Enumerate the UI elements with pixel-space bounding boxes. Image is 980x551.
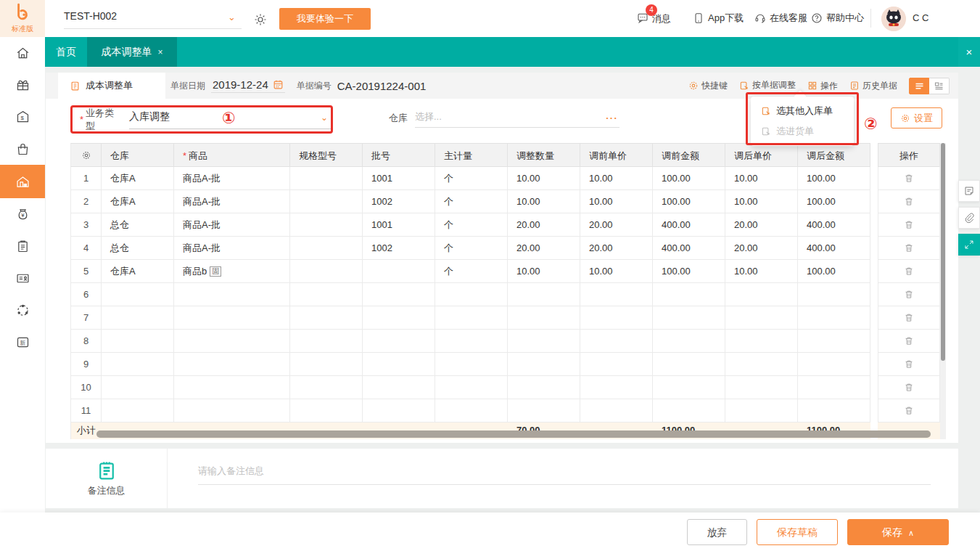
cell-post_amount[interactable]: 400.00	[798, 213, 870, 237]
tab-home[interactable]: 首页	[45, 37, 87, 67]
cell-warehouse[interactable]	[102, 306, 174, 330]
cell-post_price[interactable]	[725, 353, 798, 376]
cell-pre_price[interactable]	[580, 330, 653, 353]
cell-qty[interactable]: 20.00	[508, 237, 580, 260]
history-button[interactable]: 历史单据	[849, 80, 897, 92]
cell-pre_amount[interactable]	[653, 353, 725, 376]
sidebar-item-finance[interactable]: ¥	[0, 198, 45, 230]
cell-post_amount[interactable]	[798, 353, 870, 376]
warehouse-select[interactable]: 选择... ...	[415, 110, 619, 128]
remark-input[interactable]: 请输入备注信息	[198, 465, 931, 485]
sidebar-item-reports[interactable]	[0, 262, 45, 294]
cell-pre_price[interactable]	[580, 353, 653, 376]
cell-warehouse[interactable]: 总仓	[102, 213, 174, 237]
cell-post_price[interactable]: 10.00	[725, 260, 798, 283]
row-delete-button[interactable]	[878, 306, 940, 330]
horizontal-scrollbar[interactable]	[96, 430, 931, 438]
cell-post_price[interactable]	[725, 399, 798, 423]
save-button[interactable]: 保存∧	[847, 519, 949, 545]
cell-warehouse[interactable]: 总仓	[102, 237, 174, 260]
cell-post_price[interactable]: 20.00	[725, 213, 798, 237]
cell-spec[interactable]	[290, 376, 363, 399]
cell-spec[interactable]	[290, 353, 363, 376]
cell-qty[interactable]	[508, 283, 580, 306]
cell-pre_amount[interactable]	[653, 283, 725, 306]
cell-unit[interactable]: 个	[435, 167, 508, 190]
cell-post_price[interactable]	[725, 330, 798, 353]
cell-post_price[interactable]: 20.00	[725, 237, 798, 260]
row-delete-button[interactable]	[878, 237, 940, 260]
sidebar-item-gift[interactable]	[0, 69, 45, 101]
cell-pre_amount[interactable]: 400.00	[653, 237, 725, 260]
cell-unit[interactable]	[435, 306, 508, 330]
cell-unit[interactable]	[435, 330, 508, 353]
cell-warehouse[interactable]	[102, 353, 174, 376]
cell-batch[interactable]: 1002	[363, 237, 435, 260]
cell-pre_price[interactable]: 20.00	[580, 213, 653, 237]
trial-button[interactable]: 我要体验一下	[279, 8, 371, 30]
cell-pre_amount[interactable]: 100.00	[653, 260, 725, 283]
cell-post_price[interactable]	[725, 283, 798, 306]
gear-icon[interactable]	[254, 13, 267, 26]
cell-qty[interactable]	[508, 376, 580, 399]
cell-product[interactable]	[174, 306, 290, 330]
cell-post_price[interactable]: 10.00	[725, 167, 798, 190]
cell-product[interactable]: 商品A-批	[174, 237, 290, 260]
list-view-button[interactable]	[909, 78, 929, 94]
online-service-button[interactable]: 在线客服	[754, 12, 807, 25]
close-all-tabs-icon[interactable]: ×	[958, 37, 980, 67]
cell-qty[interactable]: 20.00	[508, 213, 580, 237]
cell-unit[interactable]: 个	[435, 237, 508, 260]
adjust-by-doc-button[interactable]: 按单据调整	[739, 79, 796, 93]
cell-unit[interactable]	[435, 399, 508, 423]
cell-pre_amount[interactable]	[653, 330, 725, 353]
menu-item-purchase-order[interactable]: 选进货单	[751, 121, 854, 142]
cell-spec[interactable]	[290, 190, 363, 213]
cell-qty[interactable]: 10.00	[508, 260, 580, 283]
cell-spec[interactable]	[290, 167, 363, 190]
sidebar-item-purchase[interactable]	[0, 133, 45, 165]
cell-post_amount[interactable]: 100.00	[798, 167, 870, 190]
cell-batch[interactable]	[363, 306, 435, 330]
cell-pre_price[interactable]	[580, 306, 653, 330]
cell-pre_price[interactable]: 10.00	[580, 190, 653, 213]
cell-unit[interactable]: 个	[435, 213, 508, 237]
card-view-button[interactable]	[929, 78, 950, 94]
cell-post_amount[interactable]: 400.00	[798, 237, 870, 260]
cell-qty[interactable]	[508, 399, 580, 423]
cell-unit[interactable]	[435, 353, 508, 376]
sidebar-item-home[interactable]	[0, 37, 45, 69]
cell-pre_price[interactable]	[580, 283, 653, 306]
row-delete-button[interactable]	[878, 283, 940, 306]
cell-warehouse[interactable]	[102, 283, 174, 306]
cell-batch[interactable]	[363, 399, 435, 423]
form-tab-cost-adjustment[interactable]: 成本调整单	[58, 73, 165, 99]
cell-spec[interactable]	[290, 306, 363, 330]
cell-warehouse[interactable]: 仓库A	[102, 190, 174, 213]
menu-item-other-inbound[interactable]: 选其他入库单	[751, 101, 854, 121]
help-center-button[interactable]: 帮助中心	[811, 12, 864, 25]
sidebar-item-new[interactable]: 新	[0, 326, 45, 358]
cell-batch[interactable]	[363, 376, 435, 399]
cell-qty[interactable]	[508, 353, 580, 376]
row-delete-button[interactable]	[878, 376, 940, 399]
settings-button[interactable]: 设置	[891, 107, 942, 128]
row-delete-button[interactable]	[878, 167, 940, 190]
cell-post_amount[interactable]: 100.00	[798, 190, 870, 213]
cell-batch[interactable]: 1002	[363, 190, 435, 213]
sidebar-item-sales[interactable]: $	[0, 101, 45, 133]
row-delete-button[interactable]	[878, 330, 940, 353]
date-picker[interactable]: 2019-12-24	[211, 78, 285, 93]
cell-warehouse[interactable]: 仓库A	[102, 167, 174, 190]
cell-post_amount[interactable]: 100.00	[798, 260, 870, 283]
cell-batch[interactable]: 1001	[363, 213, 435, 237]
cell-post_amount[interactable]	[798, 376, 870, 399]
cell-post_amount[interactable]	[798, 283, 870, 306]
cell-spec[interactable]	[290, 399, 363, 423]
shortcut-keys-button[interactable]: 快捷键	[688, 80, 728, 92]
cell-pre_price[interactable]: 20.00	[580, 237, 653, 260]
cell-unit[interactable]: 个	[435, 190, 508, 213]
cell-product[interactable]	[174, 376, 290, 399]
cell-unit[interactable]: 个	[435, 260, 508, 283]
row-delete-button[interactable]	[878, 190, 940, 213]
